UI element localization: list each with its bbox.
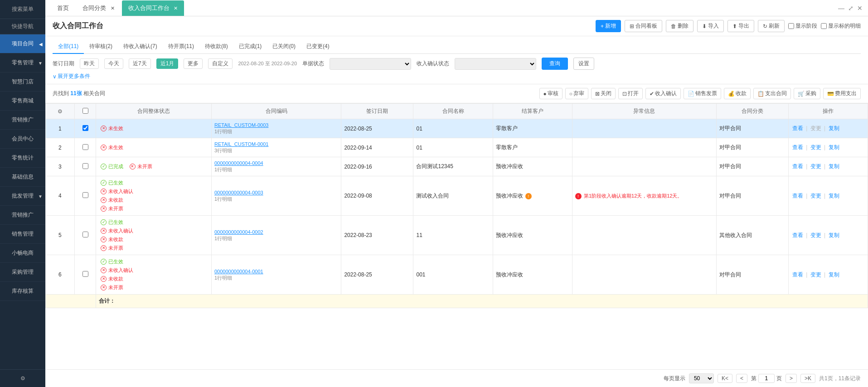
income-confirm-select[interactable] — [455, 58, 536, 70]
col-select-all[interactable] — [74, 104, 96, 119]
sidebar-item-retail-mall[interactable]: 零售商城 — [0, 92, 45, 111]
row-checkbox-cell[interactable] — [74, 176, 96, 216]
view-link[interactable]: 查看 — [792, 232, 803, 238]
close-btn[interactable]: ⊠ 关闭 — [591, 88, 616, 99]
row-checkbox[interactable] — [82, 192, 88, 198]
row-checkbox[interactable] — [82, 232, 88, 237]
show-tags-input[interactable] — [821, 23, 827, 29]
copy-link[interactable]: 复制 — [829, 193, 839, 199]
filter-tab-all[interactable]: 全部(11) — [53, 40, 84, 54]
maximize-button[interactable]: ⤢ — [848, 5, 853, 12]
filter-last7[interactable]: 近7天 — [129, 58, 151, 69]
row-checkbox-cell[interactable] — [74, 119, 96, 138]
contract-code-link[interactable]: RETAIL_CUSTOM-0001 — [214, 141, 268, 147]
copy-link[interactable]: 复制 — [829, 271, 839, 278]
expand-more-btn[interactable]: ∨ 展开更多条件 — [53, 73, 861, 80]
sidebar-settings[interactable]: ⚙ — [0, 369, 45, 387]
filter-tab-completed[interactable]: 已完成(1) — [233, 40, 267, 54]
minimize-button[interactable]: — — [838, 5, 844, 12]
filter-tab-pending-invoice[interactable]: 待开票(11) — [163, 40, 199, 54]
contract-code-link[interactable]: 0000000000004-0001 — [214, 269, 263, 274]
row-checkbox-cell[interactable] — [74, 216, 96, 255]
filter-yesterday[interactable]: 昨天 — [80, 58, 99, 69]
tab-contract-category[interactable]: 合同分类 ✕ — [76, 0, 121, 16]
sidebar-item-wholesale[interactable]: 批发管理 ▼ — [0, 187, 45, 206]
sidebar-nav[interactable]: 快捷导航 — [0, 19, 45, 34]
first-page-btn[interactable]: K< — [718, 374, 732, 383]
tab-income-workbench-close[interactable]: ✕ — [174, 5, 178, 11]
sidebar-search[interactable]: 搜索菜单 — [0, 0, 45, 19]
view-link[interactable]: 查看 — [792, 163, 803, 169]
filter-last1m[interactable]: 近1月 — [156, 58, 179, 69]
payment-btn[interactable]: 💰 收款 — [724, 88, 751, 99]
sidebar-item-basic-info[interactable]: 基础信息 — [0, 168, 45, 187]
prev-page-btn[interactable]: < — [736, 374, 747, 383]
edit-link[interactable]: 变更 — [810, 144, 821, 150]
sidebar-item-member[interactable]: 会员中心 — [0, 130, 45, 149]
filter-tab-pending-review[interactable]: 待审核(2) — [84, 40, 118, 54]
refresh-button[interactable]: ↻ 刷新 — [758, 20, 785, 32]
close-button[interactable]: ✕ — [857, 5, 863, 12]
edit-link[interactable]: 变更 — [810, 271, 821, 278]
filter-tab-pending-payment[interactable]: 待收款(8) — [199, 40, 233, 54]
filter-tab-closed[interactable]: 已关闭(0) — [267, 40, 301, 54]
sidebar-item-marketing[interactable]: 营销推广 — [0, 111, 45, 130]
row-checkbox[interactable] — [82, 163, 88, 169]
sidebar-item-retail[interactable]: 零售管理 ▼ — [0, 53, 45, 73]
export-button[interactable]: ⬆ 导出 — [727, 20, 754, 32]
open-btn[interactable]: ⊡ 打开 — [618, 88, 643, 99]
copy-link[interactable]: 复制 — [829, 125, 839, 131]
edit-link[interactable]: 变更 — [810, 232, 821, 238]
row-checkbox-cell[interactable] — [74, 138, 96, 157]
sidebar-item-purchase[interactable]: 采购管理 — [0, 263, 45, 282]
select-all-checkbox[interactable] — [82, 108, 88, 114]
edit-link[interactable]: 变更 — [810, 163, 821, 169]
filter-more[interactable]: 更多 — [184, 58, 203, 69]
show-columns-input[interactable] — [788, 23, 794, 29]
show-columns-checkbox[interactable]: 显示阶段 — [788, 22, 817, 30]
contract-code-link[interactable]: RETAIL_CUSTOM-0003 — [214, 122, 268, 128]
row-checkbox[interactable] — [82, 144, 88, 150]
abandon-btn[interactable]: ○ 弃审 — [565, 88, 588, 99]
row-checkbox-cell[interactable] — [74, 157, 96, 176]
tab-contract-category-close[interactable]: ✕ — [111, 5, 115, 11]
sidebar-item-sales[interactable]: 销售管理 — [0, 225, 45, 244]
tab-home[interactable]: 首页 — [51, 0, 75, 16]
expense-btn[interactable]: 💳 费用支出 — [823, 88, 861, 99]
filter-tab-pending-income[interactable]: 待收入确认(7) — [118, 40, 163, 54]
purchase-btn[interactable]: 🛒 采购 — [794, 88, 820, 99]
copy-link[interactable]: 复制 — [829, 163, 839, 169]
filter-custom[interactable]: 自定义 — [208, 58, 233, 69]
new-button[interactable]: + 新增 — [596, 20, 621, 32]
col-settings-icon[interactable]: ⚙ — [46, 104, 75, 119]
last-page-btn[interactable]: >K — [800, 374, 815, 383]
outcome-contract-btn[interactable]: 📋 支出合同 — [753, 88, 791, 99]
query-button[interactable]: 查询 — [542, 58, 568, 70]
tab-income-workbench[interactable]: 收入合同工作台 ✕ — [122, 0, 184, 16]
filter-tab-changed[interactable]: 已变更(4) — [301, 40, 335, 54]
sidebar-item-inventory[interactable]: 库存核算 — [0, 282, 45, 301]
settings-button[interactable]: 设置 — [573, 58, 594, 70]
sales-invoice-btn[interactable]: 📄 销售发票 — [684, 88, 721, 99]
view-link[interactable]: 查看 — [792, 271, 803, 278]
copy-link[interactable]: 复制 — [829, 232, 839, 238]
row-checkbox[interactable] — [82, 125, 88, 131]
edit-link[interactable]: 变更 — [810, 125, 821, 131]
sidebar-item-ecommerce[interactable]: 小畅电商 — [0, 244, 45, 263]
sidebar-item-marketing2[interactable]: 营销推广 — [0, 206, 45, 225]
edit-link[interactable]: 变更 — [810, 193, 821, 199]
view-link[interactable]: 查看 — [792, 193, 803, 199]
page-input[interactable] — [758, 374, 775, 383]
contract-code-link[interactable]: 0000000000004-0004 — [214, 160, 263, 166]
contract-code-link[interactable]: 0000000000004-0002 — [214, 229, 263, 235]
income-confirm-btn[interactable]: ✔ 收入确认 — [645, 88, 681, 99]
copy-link[interactable]: 复制 — [829, 144, 839, 150]
show-tags-checkbox[interactable]: 显示标的明细 — [821, 22, 861, 30]
view-link[interactable]: 查看 — [792, 125, 803, 131]
sidebar-item-project[interactable]: 项目合同 ◀ — [0, 34, 45, 53]
import-button[interactable]: ⬇ 导入 — [697, 20, 724, 32]
next-page-btn[interactable]: > — [786, 374, 797, 383]
contract-code-link[interactable]: 0000000000004-0003 — [214, 190, 263, 195]
audit-btn[interactable]: ● 审核 — [539, 88, 563, 99]
sidebar-item-retail-stats[interactable]: 零售统计 — [0, 149, 45, 168]
